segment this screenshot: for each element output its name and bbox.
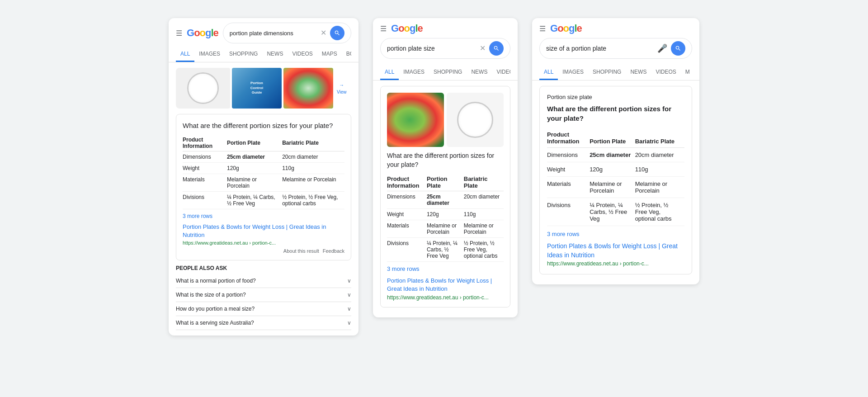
about-result-label[interactable]: About this result (283, 248, 319, 254)
paa-item-1[interactable]: What is a normal portion of food? ∨ (176, 274, 351, 288)
table-row: Weight 120g 110g (547, 162, 684, 177)
th-bariatric-1: Bariatric Plate (282, 135, 344, 151)
tab-news-3[interactable]: NEWS (626, 65, 651, 80)
source-link-1[interactable]: Portion Plates & Bowls for Weight Loss |… (183, 223, 344, 239)
rich-box-1: What are the different portion sizes for… (176, 114, 351, 260)
table-row: Weight 120g 110g (183, 163, 344, 174)
tab-images-1[interactable]: IMAGES (194, 47, 225, 62)
tab-images-3[interactable]: IMAGES (558, 65, 588, 80)
th-bariatric-2: Bariatric Plate (464, 174, 504, 191)
plate-image-2 (447, 93, 504, 147)
tab-maps-1[interactable]: MAPS (317, 47, 342, 62)
clear-search-btn-2[interactable]: ✕ (480, 45, 486, 52)
more-rows-2[interactable]: 3 more rows (387, 265, 504, 272)
browser-card-2: ☰ Google ✕ ALL IMAGES SHOPPING NEWS VIDE… (373, 18, 518, 317)
th-bariatric-3: Bariatric Plate (635, 128, 684, 148)
more-rows-1[interactable]: 3 more rows (183, 213, 344, 219)
tab-images-2[interactable]: IMAGES (399, 65, 429, 80)
th-portion-1: Portion Plate (227, 135, 282, 151)
google-logo-2: Google (391, 23, 423, 34)
paa-item-3[interactable]: How do you portion a meal size? ∨ (176, 302, 351, 316)
rich-box-2: What are the different portion sizes for… (380, 86, 510, 307)
th-portion-3: Portion Plate (590, 128, 635, 148)
browser-card-1: ☰ Google ✕ ALL IMAGES SHOPPING NEWS VIDE… (169, 18, 359, 336)
tab-news-2[interactable]: NEWS (467, 65, 492, 80)
paa-section-1: PEOPLE ALSO ASK What is a normal portion… (176, 265, 351, 330)
hamburger-icon-2[interactable]: ☰ (380, 24, 387, 33)
source-link-2[interactable]: Portion Plates & Bowls for Weight Loss |… (387, 277, 504, 293)
tab-all-3[interactable]: ALL (539, 65, 558, 80)
th-portion-2: Portion Plate (427, 174, 464, 191)
search-bar-1[interactable]: ✕ (223, 23, 351, 43)
table-row: Materials Melamine or Porcelain Melamine… (387, 220, 504, 238)
view-more-1[interactable]: → View (335, 68, 349, 109)
search-input-1[interactable] (230, 30, 317, 37)
source-url-2: https://www.greatideas.net.au › portion-… (387, 294, 504, 301)
card-body-2: What are the different portion sizes for… (373, 80, 518, 317)
source-url-3: https://www.greatideas.net.au › portion-… (547, 260, 684, 267)
plate-circle-1 (187, 72, 219, 104)
table-row: Dimensions 25cm diameter 20cm diameter (387, 191, 504, 209)
table-row: Dimensions 25cm diameter 20cm diameter (547, 148, 684, 162)
nav-tabs-3: ALL IMAGES SHOPPING NEWS VIDEOS M (539, 65, 692, 80)
search-button-1[interactable] (330, 26, 344, 40)
tab-books-1[interactable]: BOOKS (342, 47, 351, 62)
tab-videos-3[interactable]: VIDEOS (651, 65, 680, 80)
header-top-2: ☰ Google (380, 23, 510, 34)
tab-news-1[interactable]: NEWS (262, 47, 288, 62)
mic-button-3[interactable]: 🎤 (657, 43, 667, 53)
more-rows-3[interactable]: 3 more rows (547, 231, 684, 237)
th-product-1: Product Information (183, 135, 227, 151)
search-bar-2[interactable]: ✕ (380, 38, 510, 59)
paa-item-4[interactable]: What is a serving size Australia? ∨ (176, 316, 351, 330)
tab-shopping-3[interactable]: SHOPPING (588, 65, 626, 80)
card-header-2: ☰ Google ✕ ALL IMAGES SHOPPING NEWS VIDE… (373, 18, 518, 80)
tab-all-2[interactable]: ALL (380, 65, 399, 80)
table-row: Divisions ¼ Protein, ¼ Carbs, ½ Free Veg… (183, 192, 344, 209)
search-button-3[interactable] (671, 41, 685, 56)
table-row: Divisions ¼ Protein, ¼ Carbs, ½ Free Veg… (387, 238, 504, 262)
rich-question-2: What are the different portion sizes for… (387, 151, 504, 169)
google-logo-1: Google (187, 27, 218, 39)
search-input-2[interactable] (387, 45, 476, 52)
nav-tabs-2: ALL IMAGES SHOPPING NEWS VIDEOS M (380, 65, 510, 80)
card-body-3: Portion size plate What are the differen… (532, 80, 699, 284)
tab-shopping-2[interactable]: SHOPPING (429, 65, 467, 80)
tab-all-1[interactable]: ALL (176, 47, 194, 62)
rich-images-2 (387, 93, 504, 147)
th-product-2: Product Information (387, 174, 427, 191)
table-row: Materials Melamine or Porcelain Melamine… (547, 177, 684, 198)
rich-box-3: Portion size plate What are the differen… (539, 86, 692, 274)
chevron-down-icon: ∨ (347, 292, 351, 298)
books-image-1: PortionControlGuide (232, 68, 282, 109)
data-table-1: Product Information Portion Plate Bariat… (183, 135, 344, 209)
data-table-2: Product Information Portion Plate Bariat… (387, 174, 504, 262)
table-row: Materials Melamine or Porcelain Melamine… (183, 174, 344, 192)
nav-tabs-1: ALL IMAGES SHOPPING NEWS VIDEOS MAPS BOO… (176, 47, 351, 62)
hamburger-icon-3[interactable]: ☰ (539, 24, 546, 33)
header-top-1: ☰ Google ✕ (176, 23, 351, 43)
source-link-3[interactable]: Portion Plates & Bowls for Weight Loss |… (547, 242, 684, 260)
tab-more-3[interactable]: M (681, 65, 692, 80)
paa-title-1: PEOPLE ALSO ASK (176, 265, 351, 271)
card-body-1: PortionControlGuide → View What are the … (169, 62, 359, 336)
tab-shopping-1[interactable]: SHOPPING (225, 47, 262, 62)
veggies-image-2 (387, 93, 444, 147)
hamburger-icon[interactable]: ☰ (176, 29, 182, 38)
card-header-1: ☰ Google ✕ ALL IMAGES SHOPPING NEWS VIDE… (169, 18, 359, 62)
clear-search-btn-1[interactable]: ✕ (321, 29, 326, 37)
rich-question-1: What are the different portion sizes for… (183, 121, 344, 130)
tab-videos-1[interactable]: VIDEOS (288, 47, 317, 62)
td-dim-portion-1: 25cm diameter (227, 151, 282, 163)
source-url-1: https://www.greatideas.net.au › portion-… (183, 240, 344, 246)
table-row: Divisions ¼ Protein, ¼ Carbs, ½ Free Veg… (547, 198, 684, 226)
search-button-2[interactable] (489, 41, 504, 56)
tab-videos-2[interactable]: VIDEOS (492, 65, 510, 80)
chevron-down-icon: ∨ (347, 306, 351, 312)
feedback-label[interactable]: Feedback (323, 248, 344, 254)
td-dim-label-1: Dimensions (183, 151, 227, 163)
paa-item-2[interactable]: What is the size of a portion? ∨ (176, 288, 351, 302)
search-input-3[interactable] (546, 45, 654, 52)
about-row-1: About this result Feedback (183, 248, 344, 254)
search-bar-3[interactable]: 🎤 (539, 38, 692, 59)
